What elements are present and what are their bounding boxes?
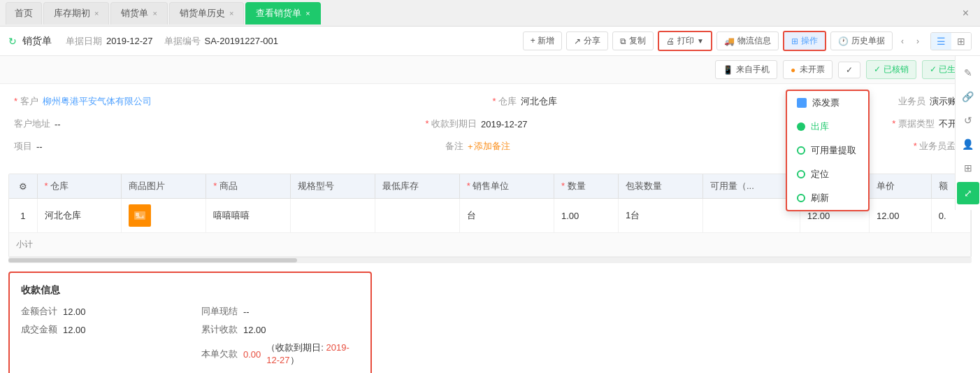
td-pack-qty: 1台: [619, 199, 703, 233]
row-warehouse: 河北仓库: [45, 210, 81, 220]
ticket-label: 票据类型: [892, 118, 935, 130]
history-label: 历史单据: [851, 35, 885, 47]
doc-date-field: 单据日期 2019-12-27: [66, 35, 153, 48]
tab-view-sale[interactable]: 查看销货单 ×: [245, 2, 320, 24]
status-cancelled-label: 已核销: [884, 64, 909, 74]
deal-amount-value: 12.00: [63, 325, 86, 335]
doc-title: 销货单: [22, 35, 52, 48]
warehouse-value: 河北仓库: [521, 95, 557, 108]
main-content: ↻ 销货单 单据日期 2019-12-27 单据编号 SA-20191227-0…: [0, 27, 980, 373]
td-product-img: [122, 199, 206, 233]
sidebar-user-icon[interactable]: 👤: [957, 133, 979, 155]
tab-home[interactable]: 首页: [6, 2, 42, 24]
history-icon: 🕐: [838, 36, 849, 46]
tab-inventory[interactable]: 库存期初 ×: [43, 2, 109, 24]
row-stock: 12.00: [807, 211, 830, 221]
sidebar-edit-icon[interactable]: ✎: [957, 62, 979, 84]
sidebar-link-icon[interactable]: 🔗: [957, 85, 979, 108]
remark-label: 备注: [445, 140, 463, 153]
th-quantity-label: 数量: [568, 181, 586, 191]
remark-add-btn[interactable]: 添加备注: [468, 140, 511, 153]
td-product: 嘻嘻嘻嘻: [206, 199, 291, 233]
cumulative-label: 累计收款: [201, 323, 238, 336]
project-field: 项目 --: [14, 140, 43, 153]
tab-view-sale-close[interactable]: ×: [305, 9, 310, 17]
sidebar-grid-icon[interactable]: ⊞: [957, 157, 979, 179]
sidebar-expand-icon[interactable]: ⤢: [957, 182, 979, 204]
from-phone-btn[interactable]: 📱 来自手机: [715, 60, 777, 79]
operation-button[interactable]: ⊞ 操作: [783, 31, 826, 51]
tab-inventory-label: 库存期初: [54, 7, 90, 20]
table-scrollbar[interactable]: [8, 258, 972, 263]
nav-next-btn[interactable]: ›: [912, 34, 923, 49]
td-warehouse: 河北仓库: [37, 199, 122, 233]
payment-section: 收款信息 金额合计 12.00 同单现结 -- 成交金额 12.00 累计收款 …: [8, 272, 372, 373]
tab-sale-order[interactable]: 销货单 ×: [110, 2, 167, 24]
view-grid-btn[interactable]: ⊞: [951, 33, 971, 50]
user-icon: 👤: [962, 139, 974, 150]
op-outbound[interactable]: 出库: [787, 115, 868, 139]
not-open-btn[interactable]: 未开票: [783, 60, 833, 79]
op-available-qty[interactable]: 可用量提取: [787, 139, 868, 162]
customer-label: 客户: [14, 95, 38, 108]
operation-grid-icon: ⊞: [791, 36, 798, 46]
outbound-icon: [797, 122, 805, 131]
right-sidebar: ✎ 🔗 ↺ 👤 ⊞ ⤢: [955, 56, 980, 210]
row-quantity: 1.00: [561, 211, 579, 221]
td-spec: [291, 199, 375, 233]
view-list-btn[interactable]: ☰: [931, 33, 951, 50]
row-pack-qty: 1台: [626, 210, 640, 220]
op-locate[interactable]: 定位: [787, 162, 868, 186]
due-date-field: 收款到期日 2019-12-27: [425, 118, 527, 130]
customer-value[interactable]: 柳州粤港平安气体有限公司: [43, 95, 152, 108]
total-amount-value: 12.00: [63, 307, 86, 317]
available-qty-icon: [797, 146, 805, 155]
th-spec: 规格型号: [291, 174, 375, 199]
status-cancelled-btn[interactable]: ✓ 已核销: [866, 60, 916, 79]
check-icon-effective: ✓: [930, 64, 937, 74]
doc-no-value: SA-20191227-001: [205, 36, 279, 46]
history-button[interactable]: 🕐 历史单据: [830, 31, 893, 50]
subtotal-label: 小计: [16, 239, 33, 249]
td-unit-price: 12.00: [870, 199, 932, 233]
row-amount: 0.: [939, 211, 946, 221]
op-add-invoice[interactable]: 添发票: [787, 91, 868, 115]
logistics-label: 物流信息: [737, 35, 771, 47]
address-label: 客户地址: [14, 118, 50, 130]
nav-prev-btn[interactable]: ‹: [897, 34, 908, 49]
ellipsis-btn[interactable]: ✓: [838, 62, 860, 78]
tab-sale-history[interactable]: 销货单历史 ×: [169, 2, 244, 24]
share-button[interactable]: ↗ 分享: [566, 31, 608, 50]
refresh-label: 刷新: [811, 192, 829, 204]
doc-no-label: 单据编号: [164, 35, 201, 48]
tab-sale-order-close[interactable]: ×: [152, 9, 157, 17]
owed-date[interactable]: 2019-12-27: [266, 342, 349, 365]
th-min-stock: 最低库存: [375, 174, 459, 199]
tab-sale-history-close[interactable]: ×: [229, 9, 233, 17]
settings-icon: ⚙: [19, 181, 27, 192]
project-label: 项目: [14, 140, 32, 153]
operation-label: 操作: [801, 35, 818, 47]
logistics-button[interactable]: 🚚 物流信息: [716, 31, 779, 50]
th-settings[interactable]: ⚙: [9, 174, 37, 199]
print-button[interactable]: 🖨 打印 ▼: [658, 31, 712, 51]
rotate-icon: ↺: [964, 115, 972, 126]
not-open-label: 未开票: [800, 64, 825, 76]
sidebar-rotate-icon[interactable]: ↺: [957, 109, 979, 132]
deal-amount-row: 成交金额 12.00: [21, 323, 179, 336]
close-all-tabs[interactable]: ×: [957, 7, 974, 20]
th-min-stock-label: 最低库存: [382, 181, 419, 191]
row-unit-price: 12.00: [877, 211, 900, 221]
check-icon-cancelled: ✓: [874, 64, 881, 74]
new-button[interactable]: + 新增: [523, 31, 562, 50]
copy-button[interactable]: ⧉ 复制: [612, 31, 654, 50]
due-date-label: 收款到期日: [425, 118, 477, 130]
tab-inventory-close[interactable]: ×: [94, 9, 99, 17]
th-sale-unit: 销售单位: [459, 174, 554, 199]
refresh-icon: [797, 194, 805, 202]
th-unit-price-label: 单价: [877, 181, 895, 191]
print-dropdown-arrow: ▼: [697, 37, 704, 45]
th-pack-qty: 包装数量: [619, 174, 703, 199]
remark-field: 备注 添加备注: [445, 140, 511, 153]
op-refresh[interactable]: 刷新: [787, 186, 868, 210]
